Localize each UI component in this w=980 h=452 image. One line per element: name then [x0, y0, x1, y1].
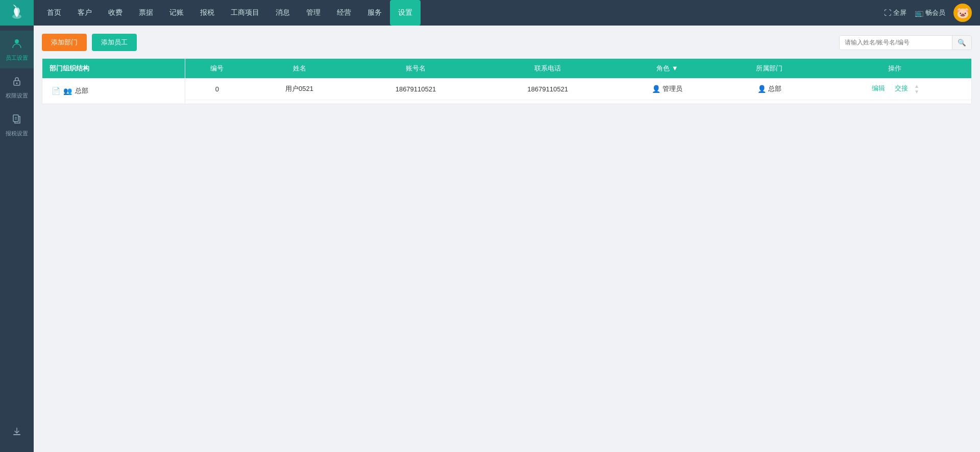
table-row: 0 用户0521 18679110521 18679110521 👤 管理员 — [185, 78, 971, 100]
svg-point-1 — [15, 39, 19, 43]
nav-business[interactable]: 工商项目 — [223, 0, 267, 26]
col-account: 账号名 — [350, 59, 482, 78]
nav-fees[interactable]: 收费 — [100, 0, 131, 26]
member-icon: 📺 — [915, 9, 923, 17]
search-button[interactable]: 🔍 — [952, 36, 971, 50]
nav-settings[interactable]: 设置 — [390, 0, 421, 26]
svg-rect-4 — [13, 115, 18, 122]
col-id: 编号 — [185, 59, 249, 78]
member-btn[interactable]: 📺 畅会员 — [915, 8, 945, 17]
nav-service[interactable]: 服务 — [359, 0, 390, 26]
dept-file-icon: 📄 — [52, 87, 60, 95]
main-panel: 部门组织结构 📄 👥 总部 编号 姓名 账号名 — [42, 58, 972, 104]
add-dept-button[interactable]: 添加部门 — [42, 34, 87, 51]
permission-icon — [11, 76, 22, 89]
edit-link[interactable]: 编辑 — [872, 84, 885, 92]
employee-table-container: 编号 姓名 账号名 联系电话 角色 ▼ 所属部门 操作 0 用户0521 — [185, 59, 971, 104]
dept-user-icon: 👥 — [63, 87, 72, 95]
cell-actions: 编辑 交接 ▲ ▼ — [818, 78, 971, 100]
fullscreen-btn[interactable]: ⛶ 全屏 — [884, 8, 906, 17]
download-icon — [11, 426, 22, 440]
sidebar-label-taxsettings: 报税设置 — [6, 130, 28, 137]
search-icon: 🔍 — [958, 39, 966, 46]
dept-tree-item-label: 总部 — [75, 86, 88, 96]
nav-messages[interactable]: 消息 — [267, 0, 298, 26]
dept-tree: 部门组织结构 📄 👥 总部 — [42, 59, 185, 104]
role-label: 管理员 — [663, 84, 682, 93]
sidebar-item-taxsettings[interactable]: 报税设置 — [0, 106, 34, 144]
nav-tax[interactable]: 报税 — [192, 0, 223, 26]
top-navigation: 首页 客户 收费 票据 记账 报税 工商项目 消息 管理 经营 服务 设置 ⛶ … — [0, 0, 980, 26]
cell-name: 用户0521 — [249, 78, 350, 100]
col-dept: 所属部门 — [721, 59, 818, 78]
col-name: 姓名 — [249, 59, 350, 78]
role-filter-icon: ▼ — [672, 64, 678, 72]
col-actions: 操作 — [818, 59, 971, 78]
search-input[interactable] — [840, 36, 952, 49]
role-user-icon: 👤 — [652, 85, 660, 93]
col-role[interactable]: 角色 ▼ — [614, 59, 721, 78]
nav-operations[interactable]: 经营 — [329, 0, 359, 26]
cell-phone: 18679110521 — [482, 78, 614, 100]
top-nav-right: ⛶ 全屏 📺 畅会员 🐷 — [884, 4, 980, 22]
app-logo[interactable] — [0, 0, 34, 26]
scroll-arrows-container: ▲ ▼ — [914, 83, 919, 94]
dept-tree-header: 部门组织结构 — [42, 59, 185, 78]
svg-rect-7 — [13, 434, 20, 435]
sidebar-download[interactable] — [0, 419, 34, 447]
toolbar: 添加部门 添加员工 🔍 — [42, 34, 972, 51]
scroll-down-arrow[interactable]: ▼ — [914, 89, 919, 94]
cell-dept: 👤 总部 — [721, 78, 818, 100]
nav-items: 首页 客户 收费 票据 记账 报税 工商项目 消息 管理 经营 服务 设置 — [34, 0, 884, 26]
sidebar-item-employee[interactable]: 员工设置 — [0, 31, 34, 68]
col-phone: 联系电话 — [482, 59, 614, 78]
dept-user-icon: 👤 — [757, 85, 766, 93]
search-box: 🔍 — [839, 35, 972, 50]
sidebar: 员工设置 权限设置 报税设置 — [0, 26, 34, 452]
content-area: 添加部门 添加员工 🔍 部门组织结构 📄 👥 总部 — [34, 26, 980, 452]
add-employee-button[interactable]: 添加员工 — [92, 34, 137, 51]
nav-bills[interactable]: 票据 — [131, 0, 161, 26]
dept-label: 总部 — [768, 84, 781, 93]
dept-tree-item-root[interactable]: 📄 👥 总部 — [47, 83, 180, 99]
table-header-row: 编号 姓名 账号名 联系电话 角色 ▼ 所属部门 操作 — [185, 59, 971, 78]
sidebar-item-permission[interactable]: 权限设置 — [0, 68, 34, 106]
dept-tree-body: 📄 👥 总部 — [42, 78, 185, 104]
employee-icon — [11, 38, 22, 52]
transfer-link[interactable]: 交接 — [895, 84, 908, 92]
scroll-up-arrow[interactable]: ▲ — [914, 83, 919, 89]
cell-role: 👤 管理员 — [614, 78, 721, 100]
nav-home[interactable]: 首页 — [39, 0, 69, 26]
fullscreen-icon: ⛶ — [884, 9, 891, 17]
sidebar-bottom — [0, 419, 34, 447]
nav-management[interactable]: 管理 — [298, 0, 329, 26]
sidebar-label-employee: 员工设置 — [6, 55, 28, 61]
user-avatar[interactable]: 🐷 — [953, 4, 972, 22]
nav-customer[interactable]: 客户 — [69, 0, 100, 26]
nav-accounting[interactable]: 记账 — [161, 0, 192, 26]
employee-table: 编号 姓名 账号名 联系电话 角色 ▼ 所属部门 操作 0 用户0521 — [185, 59, 971, 100]
cell-account: 18679110521 — [350, 78, 482, 100]
main-layout: 员工设置 权限设置 报税设置 — [0, 26, 980, 452]
member-label: 畅会员 — [925, 8, 945, 17]
sidebar-label-permission: 权限设置 — [6, 92, 28, 99]
svg-point-3 — [16, 83, 18, 84]
cell-id: 0 — [185, 78, 249, 100]
fullscreen-label: 全屏 — [893, 8, 906, 17]
taxsettings-icon — [11, 113, 22, 127]
